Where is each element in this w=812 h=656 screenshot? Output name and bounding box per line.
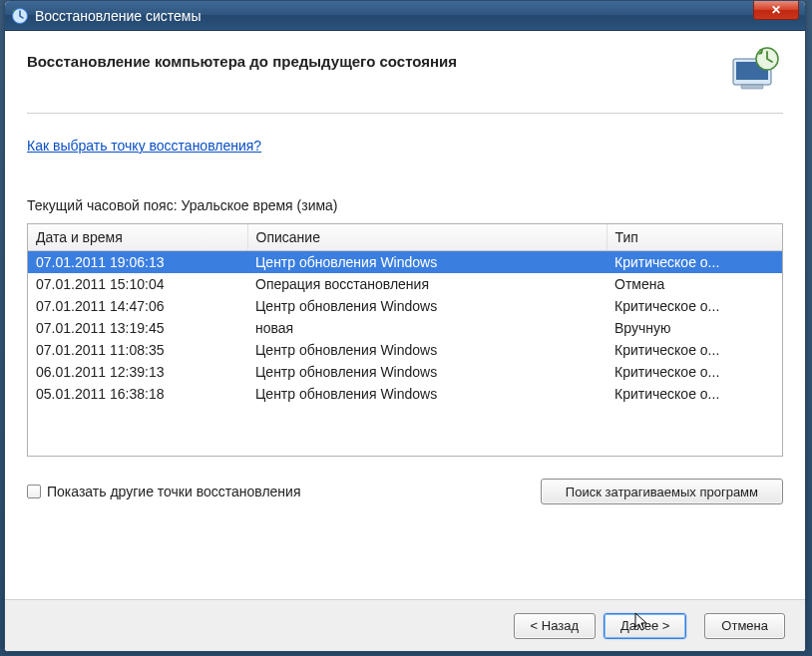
- system-restore-icon: [723, 45, 783, 95]
- cell-desc: Центр обновления Windows: [247, 251, 607, 274]
- column-header-date[interactable]: Дата и время: [28, 224, 247, 251]
- cell-desc: Центр обновления Windows: [247, 295, 607, 317]
- show-more-checkbox[interactable]: [27, 485, 41, 498]
- cell-type: Критическое о...: [607, 295, 782, 317]
- cell-date: 07.01.2011 13:19:45: [28, 317, 247, 339]
- cell-type: Критическое о...: [607, 339, 782, 361]
- options-row: Показать другие точки восстановления Пои…: [27, 479, 783, 504]
- next-button[interactable]: Далее >: [604, 613, 686, 639]
- cell-date: 07.01.2011 14:47:06: [28, 295, 247, 317]
- wizard-content: Восстановление компьютера до предыдущего…: [5, 31, 805, 651]
- cell-type: Критическое о...: [607, 361, 782, 383]
- cell-desc: Операция восстановления: [247, 273, 607, 295]
- restore-points-table: Дата и время Описание Тип 07.01.2011 19:…: [27, 223, 783, 457]
- show-more-checkbox-wrap[interactable]: Показать другие точки восстановления: [27, 484, 541, 499]
- app-icon: [11, 7, 29, 25]
- cell-desc: новая: [247, 317, 607, 339]
- cell-type: Вручную: [607, 317, 782, 339]
- scan-programs-button[interactable]: Поиск затрагиваемых программ: [541, 479, 783, 504]
- table-row[interactable]: 07.01.2011 15:10:04Операция восстановлен…: [28, 273, 782, 295]
- wizard-footer: < Назад Далее > Отмена: [5, 599, 805, 651]
- svg-rect-3: [741, 85, 763, 89]
- page-title: Восстановление компьютера до предыдущего…: [27, 43, 723, 70]
- page-header: Восстановление компьютера до предыдущего…: [27, 43, 783, 114]
- table-row[interactable]: 07.01.2011 11:08:35Центр обновления Wind…: [28, 339, 782, 361]
- table-row[interactable]: 06.01.2011 12:39:13Центр обновления Wind…: [28, 361, 782, 383]
- cell-date: 07.01.2011 15:10:04: [28, 273, 247, 295]
- help-link[interactable]: Как выбрать точку восстановления?: [27, 138, 261, 154]
- cell-desc: Центр обновления Windows: [247, 361, 607, 383]
- table-row[interactable]: 07.01.2011 14:47:06Центр обновления Wind…: [28, 295, 782, 317]
- cell-desc: Центр обновления Windows: [247, 383, 607, 405]
- table-row[interactable]: 07.01.2011 13:19:45новаяВручную: [28, 317, 782, 339]
- cell-desc: Центр обновления Windows: [247, 339, 607, 361]
- show-more-label: Показать другие точки восстановления: [47, 484, 301, 499]
- cell-type: Отмена: [607, 273, 782, 295]
- timezone-label: Текущий часовой пояс: Уральское время (з…: [27, 197, 783, 213]
- window-title: Восстановление системы: [35, 8, 799, 24]
- cancel-button[interactable]: Отмена: [704, 613, 785, 639]
- cell-type: Критическое о...: [607, 251, 782, 274]
- close-icon: ✕: [771, 3, 781, 17]
- system-restore-window: Восстановление системы ✕ Восстановление …: [4, 0, 806, 652]
- column-header-description[interactable]: Описание: [247, 224, 607, 251]
- column-header-type[interactable]: Тип: [607, 224, 782, 251]
- cell-date: 07.01.2011 11:08:35: [28, 339, 247, 361]
- back-button[interactable]: < Назад: [514, 613, 596, 639]
- cell-date: 05.01.2011 16:38:18: [28, 383, 247, 405]
- table-row[interactable]: 05.01.2011 16:38:18Центр обновления Wind…: [28, 383, 782, 405]
- cell-date: 07.01.2011 19:06:13: [28, 251, 247, 274]
- titlebar[interactable]: Восстановление системы ✕: [5, 1, 805, 31]
- cell-date: 06.01.2011 12:39:13: [28, 361, 247, 383]
- close-button[interactable]: ✕: [753, 0, 799, 20]
- cell-type: Критическое о...: [607, 383, 782, 405]
- table-row[interactable]: 07.01.2011 19:06:13Центр обновления Wind…: [28, 251, 782, 274]
